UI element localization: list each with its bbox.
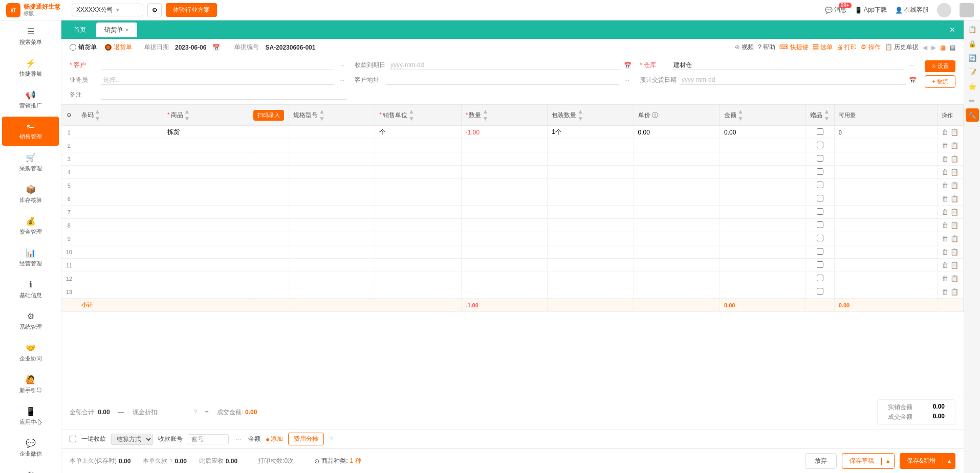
row-copy-icon-10[interactable]: 📋 (950, 248, 959, 256)
th-settings[interactable]: ⚙ (61, 105, 77, 126)
row-gift-6[interactable] (806, 192, 834, 206)
row-barcode-12[interactable] (77, 272, 163, 285)
row-delete-icon-9[interactable]: 🗑 (942, 235, 948, 242)
radio-sales-order-input[interactable] (70, 44, 76, 51)
th-pack-qty[interactable]: 包装数量▲▼ (548, 105, 634, 126)
settings-form-button[interactable]: ⊙ 设置 (925, 60, 955, 72)
row-gift-9[interactable] (806, 232, 834, 245)
sidebar-item-wechat[interactable]: 💬 企业微信 (2, 433, 59, 463)
row-product-12[interactable] (163, 272, 249, 285)
th-gift[interactable]: 赠品▲▼ (806, 105, 834, 126)
product-type-info[interactable]: ⊙ 商品种类: 1 种 (314, 457, 361, 465)
list-view-btn[interactable]: ▤ (950, 44, 955, 51)
row-unit-4[interactable] (375, 166, 461, 179)
row-quantity-12[interactable] (461, 272, 547, 285)
row-pack-qty-3[interactable] (548, 152, 634, 166)
customer-addr-input[interactable] (386, 75, 619, 85)
row-product-6[interactable] (163, 192, 249, 206)
note-input[interactable] (101, 90, 346, 100)
payment-help-icon[interactable]: ? (329, 436, 333, 443)
expected-delivery-calendar-icon[interactable]: 📅 (909, 77, 917, 84)
row-gift-7[interactable] (806, 206, 834, 219)
one-click-collect-checkbox[interactable] (70, 436, 76, 442)
row-unit-9[interactable] (375, 232, 461, 245)
row-pack-qty-2[interactable] (548, 139, 634, 152)
row-spec-13[interactable] (289, 285, 375, 299)
row-spec-3[interactable] (289, 152, 375, 166)
row-delete-icon-10[interactable]: 🗑 (942, 248, 948, 256)
warehouse-more-icon[interactable]: ··· (907, 62, 917, 69)
radio-return-order[interactable]: 退货单 (105, 43, 132, 52)
sidebar-item-quicknav[interactable]: ⚡ 快捷导航 (2, 53, 59, 83)
row-pack-qty-13[interactable] (548, 285, 634, 299)
row-spec-2[interactable] (289, 139, 375, 152)
radio-sales-order[interactable]: 销货单 (70, 43, 97, 52)
row-quantity-3[interactable] (461, 152, 547, 166)
sidebar-item-marketing[interactable]: 📢 营销推广 (2, 85, 59, 115)
row-product-1[interactable] (163, 126, 249, 139)
row-product-10[interactable] (163, 245, 249, 259)
trial-btn[interactable]: 体验行业方案 (166, 3, 217, 17)
row-amount-4[interactable] (720, 166, 805, 179)
row-barcode-1[interactable] (77, 126, 163, 139)
prev-btn[interactable]: ◀ (923, 44, 927, 51)
row-gift-13[interactable] (806, 285, 834, 299)
row-unit-price-5[interactable] (634, 179, 720, 192)
customer-more-icon[interactable]: ··· (337, 62, 346, 69)
th-barcode[interactable]: 条码▲▼ (77, 105, 163, 126)
row-barcode-7[interactable] (77, 206, 163, 219)
row-spec-8[interactable] (289, 219, 375, 232)
sidebar-item-purchase[interactable]: 🛒 采购管理 (2, 148, 59, 177)
doc-owe-help-icon[interactable]: ? (169, 458, 172, 464)
row-barcode-4[interactable] (77, 166, 163, 179)
row-delete-icon-7[interactable]: 🗑 (942, 208, 948, 216)
row-unit-11[interactable] (375, 259, 461, 272)
logistics-button[interactable]: + 物流 (925, 75, 955, 88)
row-barcode-5[interactable] (77, 179, 163, 192)
row-gift-4[interactable] (806, 166, 834, 179)
next-btn[interactable]: ▶ (931, 44, 936, 51)
warehouse-input[interactable] (671, 60, 904, 70)
row-amount-11[interactable] (720, 259, 805, 272)
row-unit-1[interactable] (375, 126, 461, 139)
right-sidebar-notes-btn[interactable]: 📋 (966, 22, 979, 36)
row-pack-qty-5[interactable] (548, 179, 634, 192)
row-delete-icon-3[interactable]: 🗑 (942, 155, 948, 163)
row-delete-icon-5[interactable]: 🗑 (942, 182, 948, 189)
row-quantity-9[interactable] (461, 232, 547, 245)
row-delete-icon-13[interactable]: 🗑 (942, 288, 948, 296)
row-spec-5[interactable] (289, 179, 375, 192)
calendar-icon[interactable]: 📅 (212, 44, 220, 51)
sidebar-item-operations[interactable]: 📊 经营管理 (2, 243, 59, 273)
row-copy-icon-3[interactable]: 📋 (950, 155, 959, 163)
row-amount-7[interactable] (720, 206, 805, 219)
sidebar-item-apps[interactable]: 📱 应用中心 (2, 401, 59, 431)
sidebar-item-inventory[interactable]: 📦 库存核算 (2, 179, 59, 209)
video-btn[interactable]: ⊙ 视频 (735, 43, 754, 52)
row-quantity-7[interactable] (461, 206, 547, 219)
avatar-secondary[interactable] (960, 3, 974, 17)
row-barcode-10[interactable] (77, 245, 163, 259)
right-sidebar-lock-btn[interactable]: 🔒 (966, 37, 979, 50)
sidebar-item-collab[interactable]: 🤝 企业协同 (2, 338, 59, 368)
th-quantity[interactable]: *数量▲▼ (461, 105, 547, 126)
salesperson-more-icon[interactable]: ··· (337, 77, 346, 84)
grid-view-btn[interactable]: ▦ (940, 44, 946, 51)
row-quantity-2[interactable] (461, 139, 547, 152)
row-spec-7[interactable] (289, 206, 375, 219)
row-gift-12[interactable] (806, 272, 834, 285)
row-copy-icon-4[interactable]: 📋 (950, 168, 959, 176)
shortcut-btn[interactable]: ⌨ 快捷键 (779, 43, 808, 52)
payment-date-calendar-icon[interactable]: 📅 (624, 62, 631, 69)
row-amount-8[interactable] (720, 219, 805, 232)
row-pack-qty-4[interactable] (548, 166, 634, 179)
row-unit-6[interactable] (375, 192, 461, 206)
row-product-4[interactable] (163, 166, 249, 179)
sidebar-item-basics[interactable]: ℹ 基础信息 (2, 275, 59, 304)
settings-button[interactable]: ⚙ (147, 3, 162, 17)
sidebar-item-member[interactable]: ♛ 畅会员 (2, 465, 59, 473)
row-product-5[interactable] (163, 179, 249, 192)
row-quantity-11[interactable] (461, 259, 547, 272)
cash-discount-input[interactable] (161, 409, 191, 416)
save-new-arrow-icon[interactable]: ▲ (943, 458, 955, 465)
